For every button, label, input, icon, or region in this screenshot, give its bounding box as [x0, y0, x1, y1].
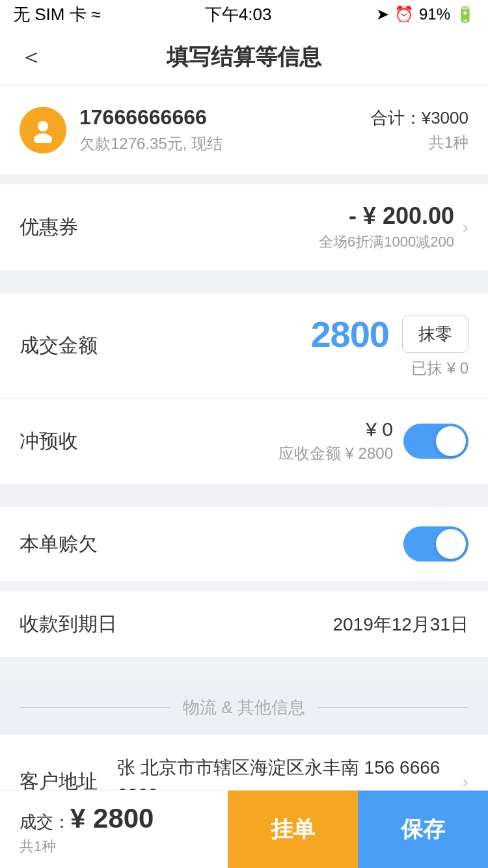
location-icon: ➤: [376, 5, 389, 23]
chevron-right-icon: ›: [462, 216, 468, 238]
due-date-label: 收款到期日: [20, 611, 117, 638]
sim-indicator: 无 SIM 卡 ≈: [13, 3, 100, 26]
round-zero-button[interactable]: 抹零: [402, 316, 468, 353]
battery-level: 91%: [419, 5, 450, 23]
bottom-deal-row: 成交：¥ 2800: [20, 803, 208, 834]
due-date-value: 2019年12月31日: [332, 612, 468, 637]
customer-card: 17666666666 欠款1276.35元, 现结 合计：¥3000 共1种: [0, 86, 488, 174]
bottom-count: 共1种: [20, 837, 208, 856]
save-button[interactable]: 保存: [358, 791, 488, 869]
pre-amount-value: ¥ 0: [278, 418, 393, 441]
content-area: 17666666666 欠款1276.35元, 现结 合计：¥3000 共1种 …: [0, 86, 488, 868]
status-right: ➤ ⏰ 91% 🔋: [376, 5, 475, 23]
customer-info: 17666666666 欠款1276.35元, 现结: [79, 105, 223, 154]
sep-line-right: [318, 707, 468, 708]
total-count: 共1种: [371, 132, 468, 153]
coupon-desc: 全场6折满1000减200: [319, 232, 454, 252]
logistics-label: 物流 & 其他信息: [183, 696, 305, 719]
credit-row: 本单赊欠: [0, 507, 488, 581]
section-divider-3: [0, 668, 488, 681]
customer-debt: 欠款1276.35元, 现结: [79, 133, 223, 154]
date-section: 收款到期日 2019年12月31日: [0, 591, 488, 657]
logistics-separator: 物流 & 其他信息: [0, 681, 488, 735]
credit-section: 本单赊欠: [0, 507, 488, 581]
avatar: [20, 107, 66, 154]
customer-phone: 17666666666: [79, 105, 223, 129]
battery-icon: 🔋: [455, 5, 475, 23]
pre-amount-info: ¥ 0 应收金额 ¥ 2800: [278, 418, 393, 464]
status-time: 下午4:03: [205, 3, 272, 26]
deal-amount-value: 2800: [310, 313, 389, 355]
status-bar: 无 SIM 卡 ≈ 下午4:03 ➤ ⏰ 91% 🔋: [0, 0, 488, 29]
pre-receive-row: 冲预收 ¥ 0 应收金额 ¥ 2800: [0, 399, 488, 483]
coupon-label: 优惠券: [20, 214, 78, 241]
credit-label: 本单赊欠: [20, 531, 98, 558]
pre-receive-label: 冲预收: [20, 428, 78, 455]
total-amount: 合计：¥3000: [371, 107, 468, 129]
bottom-info: 成交：¥ 2800 共1种: [0, 803, 228, 856]
section-divider-1: [0, 280, 488, 293]
page-title: 填写结算等信息: [167, 42, 321, 72]
sep-line-left: [20, 707, 170, 708]
deal-amount-value-row: 2800 抹零: [310, 313, 468, 355]
alarm-icon: ⏰: [394, 5, 414, 23]
deal-amount-section: 成交金额 2800 抹零 已抹 ¥ 0 冲预收 ¥ 0 应收金额 ¥ 2800: [0, 293, 488, 483]
deal-amount-row: 成交金额 2800 抹零 已抹 ¥ 0: [0, 293, 488, 399]
customer-total: 合计：¥3000 共1种: [371, 107, 468, 153]
bottom-deal-amount: ¥ 2800: [70, 803, 154, 834]
bottom-bar: 成交：¥ 2800 共1种 挂单 保存: [0, 790, 488, 868]
coupon-right: - ¥ 200.00 全场6折满1000减200 ›: [319, 202, 468, 252]
status-left: 无 SIM 卡 ≈: [13, 3, 100, 26]
credit-toggle[interactable]: [403, 526, 468, 562]
deal-amount-sub: 已抹 ¥ 0: [310, 358, 468, 379]
coupon-row[interactable]: 优惠券 - ¥ 200.00 全场6折满1000减200 ›: [0, 184, 488, 270]
svg-point-1: [34, 133, 52, 143]
coupon-discount: - ¥ 200.00: [319, 202, 454, 230]
pre-receive-right: ¥ 0 应收金额 ¥ 2800: [278, 418, 468, 464]
svg-point-0: [38, 121, 48, 131]
due-date-row: 收款到期日 2019年12月31日: [0, 591, 488, 657]
bottom-deal-label: 成交：: [20, 812, 70, 832]
pre-receive-toggle[interactable]: [403, 424, 468, 459]
nav-bar: ＜ 填写结算等信息: [0, 29, 488, 86]
back-button[interactable]: ＜: [20, 41, 43, 73]
deal-amount-label: 成交金额: [20, 332, 98, 359]
section-divider-2: [0, 494, 488, 507]
address-chevron-icon: ›: [462, 770, 468, 793]
hold-button[interactable]: 挂单: [228, 791, 358, 869]
customer-left: 17666666666 欠款1276.35元, 现结: [20, 105, 223, 154]
pre-amount-sub: 应收金额 ¥ 2800: [278, 443, 393, 464]
